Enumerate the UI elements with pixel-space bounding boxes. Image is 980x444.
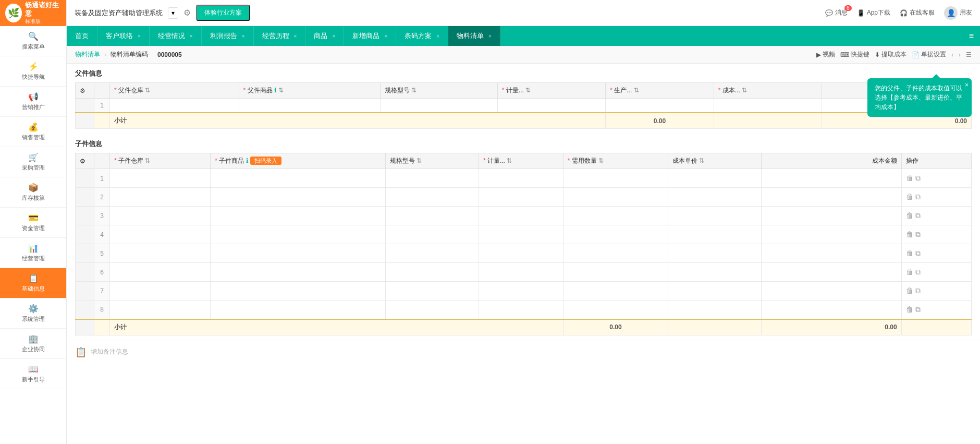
sort-warehouse-icon[interactable]: ⇅	[145, 87, 150, 94]
sidebar-item-marketing[interactable]: 📢 营销推广	[0, 87, 66, 117]
app-download-button[interactable]: 📱 App下载	[857, 8, 890, 17]
sort-child-unit-icon[interactable]: ⇅	[507, 157, 512, 164]
child-row-8-unit[interactable]	[479, 301, 563, 319]
child-row-7-unit-cost[interactable]	[668, 282, 762, 301]
child-row-1-unit[interactable]	[479, 169, 563, 188]
parent-row-1-warehouse[interactable]	[110, 99, 239, 113]
tab-operations[interactable]: 经营情况 ×	[150, 26, 202, 46]
delete-icon[interactable]: 🗑	[906, 230, 913, 239]
child-row-6-warehouse[interactable]	[110, 263, 211, 282]
tab-profit[interactable]: 利润报告 ×	[202, 26, 254, 46]
child-row-7-spec[interactable]	[385, 282, 479, 301]
sort-spec-icon[interactable]: ⇅	[411, 87, 416, 94]
sort-child-warehouse-icon[interactable]: ⇅	[145, 157, 150, 164]
single-settings-button[interactable]: 📄 单据设置	[912, 50, 946, 59]
child-row-8-spec[interactable]	[385, 301, 479, 319]
sidebar-item-sales[interactable]: 💰 销售管理	[0, 117, 66, 147]
sort-child-spec-icon[interactable]: ⇅	[416, 157, 422, 164]
child-row-5-spec[interactable]	[385, 244, 479, 263]
tooltip-close-button[interactable]: ×	[965, 80, 969, 90]
child-row-3-spec[interactable]	[385, 207, 479, 225]
close-new-goods-icon[interactable]: ×	[384, 33, 387, 39]
child-row-6-goods[interactable]	[211, 263, 386, 282]
sidebar-item-inventory[interactable]: 📦 库存核算	[0, 177, 66, 208]
child-row-2-qty[interactable]	[563, 188, 668, 207]
sort-child-unit-cost-icon[interactable]: ⇅	[699, 157, 704, 164]
bottom-hint[interactable]: 📋 增加备注信息	[67, 341, 980, 363]
child-row-2-unit-cost[interactable]	[668, 188, 762, 207]
breadcrumb-bom[interactable]: 物料清单	[75, 50, 100, 59]
copy-icon[interactable]: ⧉	[915, 211, 921, 220]
child-row-8-warehouse[interactable]	[110, 301, 211, 319]
child-row-6-spec[interactable]	[385, 263, 479, 282]
child-row-1-unit-cost[interactable]	[668, 169, 762, 188]
child-row-8-goods[interactable]	[211, 301, 386, 319]
trial-button[interactable]: 体验行业方案	[196, 5, 250, 21]
child-row-2-unit[interactable]	[479, 188, 563, 207]
sort-goods-icon[interactable]: ⇅	[278, 87, 284, 94]
copy-icon[interactable]: ⧉	[915, 286, 921, 295]
copy-icon[interactable]: ⧉	[915, 193, 921, 201]
child-row-3-qty[interactable]	[563, 207, 668, 225]
copy-icon[interactable]: ⧉	[915, 249, 921, 258]
sidebar-item-system[interactable]: ⚙️ 系统管理	[0, 298, 66, 329]
close-all-tabs-button[interactable]: ≡	[963, 31, 980, 41]
close-profit-icon[interactable]: ×	[242, 33, 245, 39]
close-history-icon[interactable]: ×	[294, 33, 297, 39]
child-row-3-unit-cost[interactable]	[668, 207, 762, 225]
child-row-2-spec[interactable]	[385, 188, 479, 207]
parent-row-1-cost[interactable]	[714, 99, 822, 113]
parent-row-1-spec[interactable]	[381, 99, 498, 113]
nav-prev-icon[interactable]: ‹	[951, 51, 953, 58]
child-row-5-qty[interactable]	[563, 244, 668, 263]
child-row-4-unit-cost[interactable]	[668, 225, 762, 244]
nav-next-icon[interactable]: ›	[959, 51, 961, 58]
tab-history[interactable]: 经营历程 ×	[254, 26, 306, 46]
sidebar-item-purchase[interactable]: 🛒 采购管理	[0, 147, 66, 177]
copy-icon[interactable]: ⧉	[915, 305, 921, 314]
tab-goods[interactable]: 商品 ×	[305, 26, 344, 46]
user-button[interactable]: 👤 用友	[944, 6, 972, 20]
sidebar-item-guide[interactable]: 📖 新手引导	[0, 359, 66, 389]
child-row-5-goods[interactable]	[211, 244, 386, 263]
child-row-1-spec[interactable]	[385, 169, 479, 188]
child-row-3-unit[interactable]	[479, 207, 563, 225]
child-row-3-warehouse[interactable]	[110, 207, 211, 225]
sort-prod-icon[interactable]: ⇅	[634, 87, 639, 94]
parent-row-1-goods[interactable]	[239, 99, 381, 113]
child-row-7-goods[interactable]	[211, 282, 386, 301]
child-row-7-qty[interactable]	[563, 282, 668, 301]
online-service-button[interactable]: 🎧 在线客服	[900, 8, 935, 17]
delete-icon[interactable]: 🗑	[906, 174, 913, 183]
close-goods-icon[interactable]: ×	[332, 33, 335, 39]
tab-new-goods[interactable]: 新增商品 ×	[344, 26, 396, 46]
delete-icon[interactable]: 🗑	[906, 305, 913, 314]
child-row-4-spec[interactable]	[385, 225, 479, 244]
tab-customers[interactable]: 客户联络 ×	[97, 26, 150, 46]
delete-icon[interactable]: 🗑	[906, 249, 913, 258]
extract-cost-button[interactable]: ⬇ 提取成本	[875, 50, 906, 59]
parent-row-1-production[interactable]	[606, 99, 714, 113]
tab-barcode[interactable]: 条码方案 ×	[396, 26, 448, 46]
child-row-4-unit[interactable]	[479, 225, 563, 244]
child-row-6-unit[interactable]	[479, 263, 563, 282]
child-row-7-unit[interactable]	[479, 282, 563, 301]
sidebar-item-search[interactable]: 🔍 搜索菜单	[0, 26, 66, 56]
child-row-2-warehouse[interactable]	[110, 188, 211, 207]
sidebar-item-enterprise[interactable]: 🏢 企业协同	[0, 329, 66, 359]
settings-icon[interactable]: ⚙	[183, 8, 191, 18]
sidebar-item-operations[interactable]: 📊 经营管理	[0, 238, 66, 268]
delete-icon[interactable]: 🗑	[906, 286, 913, 295]
child-row-3-goods[interactable]	[211, 207, 386, 225]
parent-col-settings[interactable]: ⚙	[76, 83, 94, 99]
sidebar-item-finance[interactable]: 💳 资金管理	[0, 208, 66, 238]
child-row-4-goods[interactable]	[211, 225, 386, 244]
child-row-8-unit-cost[interactable]	[668, 301, 762, 319]
close-operations-icon[interactable]: ×	[190, 33, 193, 39]
system-select[interactable]: ▾	[168, 7, 178, 19]
child-row-4-qty[interactable]	[563, 225, 668, 244]
shortcut-button[interactable]: ⌨ 快捷键	[840, 50, 869, 59]
child-column-settings-icon[interactable]: ⚙	[80, 158, 85, 165]
close-customers-icon[interactable]: ×	[138, 33, 141, 39]
child-row-2-goods[interactable]	[211, 188, 386, 207]
